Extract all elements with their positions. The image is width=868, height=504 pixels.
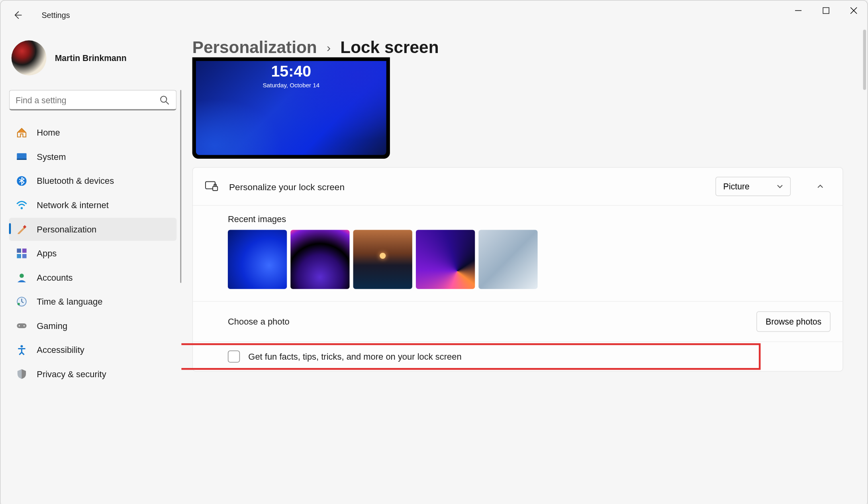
svg-line-5	[166, 102, 169, 104]
recent-image-thumb[interactable]	[290, 230, 349, 289]
sidebar-item-label: Accounts	[37, 273, 72, 282]
sidebar-item-label: Network & internet	[37, 200, 108, 210]
recent-images-thumbs	[228, 230, 831, 289]
svg-point-4	[161, 96, 167, 102]
sidebar-item-bluetooth[interactable]: Bluetooth & devices	[9, 169, 177, 192]
lockscreen-preview-image: 15:40 Saturday, October 14	[196, 61, 386, 155]
browse-photos-button[interactable]: Browse photos	[756, 311, 831, 332]
maximize-icon	[822, 7, 829, 14]
sidebar-item-label: Accessibility	[37, 345, 84, 354]
titlebar: Settings	[1, 1, 868, 30]
sidebar-item-label: Bluetooth & devices	[37, 176, 114, 186]
card-header[interactable]: Personalize your lock screen Picture	[193, 168, 843, 205]
sidebar-item-system[interactable]: System	[9, 146, 177, 168]
page-title: Lock screen	[340, 38, 439, 57]
svg-rect-12	[22, 248, 27, 253]
svg-rect-1	[823, 7, 829, 13]
accessibility-icon	[16, 345, 27, 355]
profile[interactable]: Martin Brinkmann	[12, 40, 182, 75]
sidebar-item-home[interactable]: Home	[9, 121, 177, 144]
background-type-dropdown[interactable]: Picture	[715, 177, 791, 196]
time-icon	[16, 296, 27, 307]
sidebar-item-label: Apps	[37, 248, 57, 258]
lockscreen-icon	[205, 180, 218, 193]
main-scrollbar[interactable]	[863, 30, 866, 90]
sidebar-item-personalization[interactable]: Personalization	[9, 218, 177, 240]
recent-image-thumb[interactable]	[416, 230, 475, 289]
sidebar-item-apps[interactable]: Apps	[9, 242, 177, 265]
sidebar-item-label: Home	[37, 128, 60, 138]
sidebar-item-label: System	[37, 152, 66, 161]
avatar	[12, 40, 47, 75]
sidebar-item-network[interactable]: Network & internet	[9, 194, 177, 217]
choose-photo-label: Choose a photo	[228, 317, 290, 326]
funfacts-label: Get fun facts, tips, tricks, and more on…	[248, 352, 461, 361]
apps-icon	[16, 248, 27, 259]
svg-rect-14	[22, 254, 27, 258]
svg-point-19	[19, 325, 20, 327]
bluetooth-icon	[16, 175, 27, 186]
minimize-button[interactable]	[784, 1, 812, 20]
svg-point-21	[20, 345, 23, 347]
svg-point-15	[20, 274, 24, 278]
breadcrumb-parent[interactable]: Personalization	[192, 38, 317, 57]
search-icon	[160, 95, 169, 105]
sidebar-item-gaming[interactable]: Gaming	[9, 314, 177, 337]
profile-name: Martin Brinkmann	[55, 53, 127, 63]
recent-images-section: Recent images	[193, 205, 843, 301]
svg-rect-13	[17, 254, 21, 258]
back-button[interactable]	[6, 3, 30, 28]
svg-rect-18	[17, 323, 26, 328]
chevron-right-icon: ›	[327, 41, 331, 55]
sidebar-item-accounts[interactable]: Accounts	[9, 266, 177, 289]
arrow-left-icon	[13, 10, 22, 20]
chevron-up-ichad	[816, 182, 825, 191]
gaming-icon	[16, 320, 27, 331]
close-icon	[850, 7, 857, 14]
funfacts-row[interactable]: Get fun facts, tips, tricks, and more on…	[193, 341, 843, 371]
svg-rect-7	[17, 159, 26, 160]
shield-icon	[16, 368, 27, 379]
system-icon	[16, 152, 27, 162]
home-icon	[16, 127, 27, 138]
nav-list: Home System Bluetooth & devices Network …	[9, 121, 182, 386]
dropdown-value: Picture	[723, 181, 750, 191]
main-content: Personalization › Lock screen 15:40 Satu…	[181, 30, 867, 504]
recent-image-thumb[interactable]	[228, 230, 287, 289]
expand-collapse-button[interactable]	[810, 176, 830, 197]
sidebar-item-privacy[interactable]: Privacy & security	[9, 362, 177, 385]
svg-point-20	[24, 325, 25, 327]
preview-time: 15:40	[271, 62, 311, 81]
accounts-icon	[16, 272, 27, 283]
lockscreen-preview: 15:40 Saturday, October 14	[192, 57, 390, 159]
choose-photo-row: Choose a photo Browse photos	[193, 301, 843, 341]
recent-image-thumb[interactable]	[353, 230, 412, 289]
sidebar-item-label: Time & language	[37, 297, 102, 306]
svg-rect-11	[17, 248, 21, 253]
wifi-icon	[16, 200, 27, 211]
app-title: Settings	[41, 10, 70, 20]
search-input[interactable]	[9, 90, 177, 110]
maximize-button[interactable]	[812, 1, 840, 20]
personalize-lockscreen-card: Personalize your lock screen Picture Rec…	[192, 167, 843, 372]
sidebar-item-label: Privacy & security	[37, 369, 106, 379]
svg-point-9	[21, 207, 23, 209]
window-controls	[784, 1, 867, 20]
recent-image-thumb[interactable]	[478, 230, 537, 289]
sidebar-item-accessibility[interactable]: Accessibility	[9, 339, 177, 361]
sidebar-item-time[interactable]: Time & language	[9, 290, 177, 313]
sidebar-item-label: Personalization	[37, 224, 96, 234]
chevron-down-icon	[776, 182, 784, 191]
svg-rect-23	[213, 187, 217, 191]
search-wrap	[9, 90, 177, 110]
minimize-icon	[795, 7, 801, 14]
preview-date: Saturday, October 14	[263, 82, 319, 89]
settings-window: Settings Martin Brinkmann	[0, 0, 868, 504]
close-button[interactable]	[840, 1, 868, 20]
sidebar: Martin Brinkmann Home System	[1, 30, 182, 504]
personalization-icon	[16, 224, 27, 234]
funfacts-checkbox[interactable]	[228, 350, 240, 362]
card-title: Personalize your lock screen	[229, 181, 345, 192]
breadcrumb: Personalization › Lock screen	[192, 38, 843, 57]
sidebar-item-label: Gaming	[37, 321, 67, 331]
